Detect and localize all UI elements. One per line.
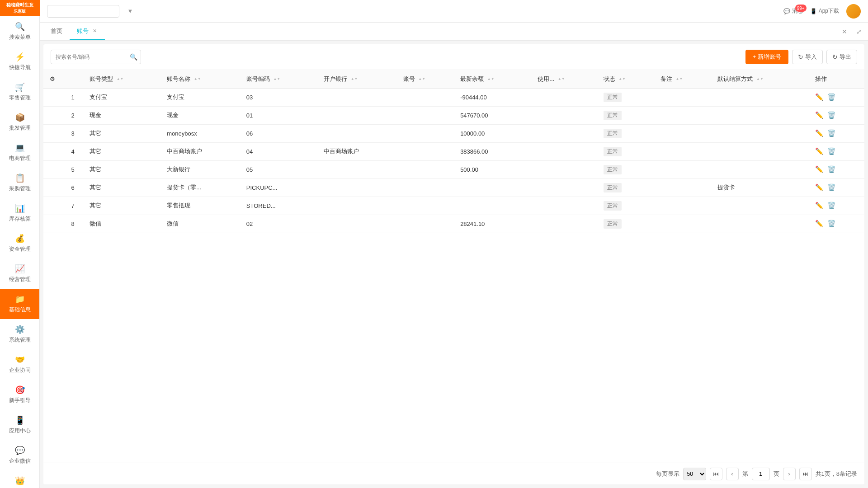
edit-icon[interactable]: ✏️ — [815, 111, 824, 119]
delete-icon[interactable]: 🗑️ — [827, 183, 836, 192]
row-default-pay — [712, 88, 810, 106]
ops-mgmt-icon: 📈 — [15, 264, 25, 274]
delete-icon[interactable]: 🗑️ — [827, 147, 836, 155]
message-badge: 99+ — [795, 5, 807, 12]
sidebar-item-quick-nav[interactable]: ⚡ 快捷导航 — [0, 47, 39, 77]
page-prev-button[interactable]: ‹ — [726, 468, 739, 480]
delete-icon[interactable]: 🗑️ — [827, 165, 836, 174]
sidebar-item-system-mgmt[interactable]: ⚙️ 系统管理 — [0, 319, 39, 349]
wholesale-mgmt-icon: 📦 — [15, 113, 25, 122]
edit-icon[interactable]: ✏️ — [815, 202, 824, 210]
col-balance[interactable]: 最新余额 ▲▼ — [455, 70, 532, 88]
page-first-button[interactable]: ⏮ — [710, 468, 722, 480]
page-input[interactable] — [752, 468, 770, 480]
search-input[interactable] — [51, 50, 141, 64]
sidebar-item-retail-mgmt[interactable]: 🛒 零售管理 — [0, 77, 39, 107]
avatar-image — [846, 4, 861, 19]
col-usage[interactable]: 使用... ▲▼ — [532, 70, 598, 88]
tab-account-label: 账号 — [77, 27, 89, 35]
edit-icon[interactable]: ✏️ — [815, 165, 824, 174]
app-download-button[interactable]: 📱 App下载 — [810, 7, 839, 15]
table-row: 2 现金 现金 01 547670.00 正常 ✏️ 🗑️ — [43, 106, 864, 124]
row-code: 05 — [241, 160, 318, 178]
row-account — [398, 197, 455, 215]
sort-balance-icon: ▲▼ — [487, 77, 495, 81]
row-bank — [318, 197, 398, 215]
delete-icon[interactable]: 🗑️ — [827, 93, 836, 101]
col-type-label: 账号类型 — [90, 75, 113, 82]
row-balance: 28241.10 — [455, 215, 532, 233]
row-action: ✏️ 🗑️ — [810, 106, 864, 124]
sidebar-item-wholesale-mgmt[interactable]: 📦 批发管理 — [0, 107, 39, 137]
logo-bottom-text: 乐惠版 — [14, 9, 26, 14]
search-icon[interactable]: 🔍 — [130, 53, 137, 61]
tabs-bar: 首页 账号 ✕ ✕ ⤢ — [40, 23, 868, 41]
col-status[interactable]: 状态 ▲▼ — [598, 70, 655, 88]
sidebar-item-inventory[interactable]: 📊 库存核算 — [0, 198, 39, 228]
sidebar-item-finance-mgmt[interactable]: 💰 资金管理 — [0, 228, 39, 258]
page-next-button[interactable]: › — [783, 468, 796, 480]
row-account — [398, 215, 455, 233]
sidebar-item-corp-protocol[interactable]: 🤝 企业协同 — [0, 349, 39, 380]
col-remark[interactable]: 备注 ▲▼ — [655, 70, 712, 88]
delete-icon[interactable]: 🗑️ — [827, 202, 836, 210]
row-settings — [43, 160, 61, 178]
sidebar-item-corp-wechat[interactable]: 💬 企业微信 — [0, 440, 39, 470]
sidebar-item-search-menu[interactable]: 🔍 搜索菜单 — [0, 16, 39, 47]
sidebar-item-ops-mgmt[interactable]: 📈 经营管理 — [0, 258, 39, 289]
sidebar-item-member[interactable]: 👑 畅会员 — [0, 470, 39, 488]
sidebar-item-purchase-mgmt[interactable]: 📋 采购管理 — [0, 168, 39, 198]
page-last-button[interactable]: ⏭ — [799, 468, 812, 480]
sort-remark-icon: ▲▼ — [676, 77, 683, 81]
col-code[interactable]: 账号编码 ▲▼ — [241, 70, 318, 88]
row-account — [398, 106, 455, 124]
row-usage — [532, 106, 598, 124]
edit-icon[interactable]: ✏️ — [815, 183, 824, 192]
delete-icon[interactable]: 🗑️ — [827, 111, 836, 119]
row-status: 正常 — [598, 215, 655, 233]
row-account — [398, 160, 455, 178]
status-badge: 正常 — [604, 147, 622, 156]
table-row: 3 其它 moneybosx 06 10000.00 正常 ✏️ 🗑️ — [43, 124, 864, 142]
add-account-button[interactable]: + 新增账号 — [745, 50, 788, 64]
col-bank[interactable]: 开户银行 ▲▼ — [318, 70, 398, 88]
row-status: 正常 — [598, 178, 655, 197]
col-type[interactable]: 账号类型 ▲▼ — [84, 70, 161, 88]
edit-icon[interactable]: ✏️ — [815, 147, 824, 155]
tab-home[interactable]: 首页 — [43, 23, 70, 40]
sidebar-item-newbie-guide[interactable]: 🎯 新手引导 — [0, 380, 39, 410]
dropdown-button[interactable]: ▼ — [125, 6, 136, 17]
col-settings[interactable]: ⚙ — [43, 70, 61, 88]
row-name: 微信 — [161, 215, 241, 233]
per-page-select[interactable]: 50 100 200 — [683, 468, 706, 480]
col-default-pay[interactable]: 默认结算方式 ▲▼ — [712, 70, 810, 88]
col-account[interactable]: 账号 ▲▼ — [398, 70, 455, 88]
sidebar-item-ecommerce-mgmt[interactable]: 💻 电商管理 — [0, 137, 39, 168]
row-default-pay — [712, 106, 810, 124]
row-account — [398, 88, 455, 106]
phone-icon: 📱 — [810, 8, 817, 14]
import-label: 导入 — [805, 53, 817, 61]
row-action: ✏️ 🗑️ — [810, 124, 864, 142]
delete-icon[interactable]: 🗑️ — [827, 220, 836, 228]
tab-account-close[interactable]: ✕ — [91, 28, 98, 34]
sidebar-item-app-center[interactable]: 📱 应用中心 — [0, 410, 39, 440]
sidebar-item-basic-info[interactable]: 📁 基础信息 — [0, 289, 39, 319]
export-button[interactable]: ↻ 导出 — [826, 50, 857, 64]
row-settings — [43, 197, 61, 215]
tab-account[interactable]: 账号 ✕ — [70, 23, 105, 40]
top-search-input[interactable] — [47, 5, 119, 18]
newbie-guide-icon: 🎯 — [15, 385, 25, 395]
row-status: 正常 — [598, 142, 655, 160]
edit-icon[interactable]: ✏️ — [815, 220, 824, 228]
edit-icon[interactable]: ✏️ — [815, 93, 824, 101]
sidebar-logo[interactable]: 稳稳赚时生意 乐惠版 — [0, 0, 40, 16]
tab-minimize-button[interactable]: ✕ — [839, 26, 850, 37]
delete-icon[interactable]: 🗑️ — [827, 129, 836, 137]
edit-icon[interactable]: ✏️ — [815, 129, 824, 137]
col-name[interactable]: 账号名称 ▲▼ — [161, 70, 241, 88]
tab-expand-button[interactable]: ⤢ — [854, 26, 864, 37]
import-button[interactable]: ↻ 导入 — [792, 50, 823, 64]
avatar[interactable] — [846, 4, 861, 19]
message-button[interactable]: 💬 消息 99+ — [783, 7, 803, 15]
